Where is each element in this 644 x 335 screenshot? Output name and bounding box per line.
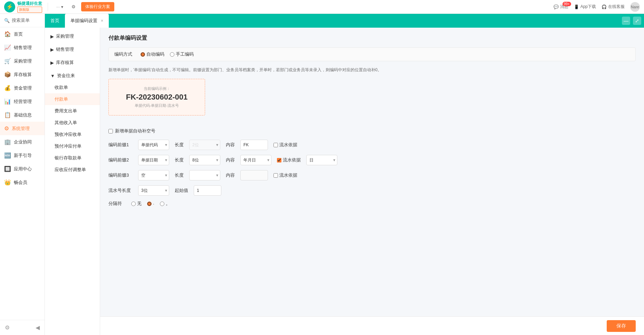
- sep-none-option[interactable]: 无: [131, 201, 142, 207]
- app-download-button[interactable]: 📱 App下载: [574, 4, 596, 10]
- prefix3-length-select[interactable]: [189, 170, 220, 180]
- prefix2-period-select[interactable]: 年 月 日: [306, 155, 337, 165]
- code-preview-label: 当前编码示例：: [116, 86, 198, 91]
- nav-group-inventory-header[interactable]: ▶ 库存核算: [45, 57, 100, 68]
- nav-group-sales-header[interactable]: ▶ 销售管理: [45, 44, 100, 55]
- sidebar-settings-icon[interactable]: ⚙: [3, 323, 12, 332]
- dropdown-arrow-icon: ▾: [61, 4, 63, 9]
- sep-dash-radio[interactable]: [147, 202, 152, 206]
- auto-fill-checkbox[interactable]: [108, 129, 113, 133]
- nav-group-capital: ▼ 资金往来 收款单 付款单 费用支出单 其他收入单 预收冲应收单 预付冲应付单…: [45, 70, 100, 176]
- nav-item-expense[interactable]: 费用支出单: [45, 105, 100, 117]
- nav-item-adj[interactable]: 应收应付调整单: [45, 164, 100, 176]
- tab-minimize-button[interactable]: —: [622, 17, 630, 25]
- sidebar-item-apps[interactable]: 🔲 应用中心: [0, 162, 45, 176]
- sidebar-item-member[interactable]: 👑 畅会员: [0, 176, 45, 189]
- system-icon: ⚙: [4, 125, 9, 132]
- prefix3-serial-checkbox[interactable]: [273, 173, 278, 178]
- main-wrapper: 🔍 搜索菜单 🏠 首页 📈 销售管理 🛒 采购管理 📦 库存核算 💰 资金管理 …: [0, 0, 644, 335]
- serial-length-select-wrapper[interactable]: 2位 3位 4位 5位: [138, 185, 169, 196]
- prefix1-row: 编码前缀1 单据代码 单据日期 空 长度 2位: [108, 140, 636, 150]
- prefix1-length-select[interactable]: 2位 4位 6位 8位: [189, 140, 220, 150]
- manual-encode-radio[interactable]: [170, 52, 174, 57]
- user-avatar[interactable]: Nare: [630, 2, 640, 12]
- nav-item-receipt[interactable]: 收款单: [45, 82, 100, 93]
- prefix1-length-select-wrapper[interactable]: 2位 4位 6位 8位: [189, 140, 220, 150]
- serial-start-label: 起始值: [175, 187, 188, 194]
- nav-item-bank-deposit[interactable]: 银行存取款单: [45, 152, 100, 164]
- messages-button[interactable]: 💬 消息 99+: [554, 4, 568, 10]
- page-title: 付款单编码设置: [108, 35, 636, 42]
- sidebar-collapse-icon[interactable]: ◀: [33, 323, 42, 332]
- prefix2-select[interactable]: 单据代码 单据日期 空: [138, 155, 169, 165]
- prefix1-select[interactable]: 单据代码 单据日期 空: [138, 140, 169, 150]
- prefix2-serial-label[interactable]: 流水依据: [277, 157, 301, 163]
- nav-item-payment[interactable]: 付款单: [45, 93, 100, 105]
- prefix2-content-label: 内容: [226, 157, 235, 163]
- nav-dropdown[interactable]: ··· ▾: [54, 3, 66, 11]
- nav-group-purchase-header[interactable]: ▶ 采购管理: [45, 30, 100, 42]
- nav-item-other-income[interactable]: 其他收入单: [45, 117, 100, 129]
- prefix2-content-select[interactable]: 年 年月 年月日: [240, 155, 271, 165]
- nav-group-capital-header[interactable]: ▼ 资金往来: [45, 70, 100, 82]
- separator-row: 分隔符 无 · 。: [108, 201, 636, 207]
- manual-encode-option[interactable]: 手工编码: [170, 51, 194, 57]
- nav-item-prepay-payable[interactable]: 预付冲应付单: [45, 140, 100, 152]
- prefix2-content-select-wrapper[interactable]: 年 年月 年月日: [240, 155, 271, 165]
- prefix3-select-wrapper[interactable]: 单据代码 单据日期 空: [138, 170, 169, 180]
- sidebar-item-purchase[interactable]: 🛒 采购管理: [0, 54, 45, 68]
- sidebar: 🔍 搜索菜单 🏠 首页 📈 销售管理 🛒 采购管理 📦 库存核算 💰 资金管理 …: [0, 14, 45, 335]
- guide-icon: 🆕: [4, 152, 11, 159]
- sidebar-item-system[interactable]: ⚙ 系统管理: [0, 122, 45, 135]
- serial-length-label: 流水号长度: [108, 187, 133, 194]
- prefix1-content-input[interactable]: [240, 140, 268, 150]
- prefix3-length-select-wrapper[interactable]: [189, 170, 220, 180]
- tab-maximize-button[interactable]: ⤢: [633, 17, 641, 25]
- prefix2-length-select[interactable]: 4位 6位 8位: [189, 155, 220, 165]
- code-preview-container: 当前编码示例： FK-20230602-001 单据代码-单据日期-流水号: [108, 79, 636, 122]
- prefix2-serial-checkbox[interactable]: [277, 158, 281, 162]
- prefix2-select-wrapper[interactable]: 单据代码 单据日期 空: [138, 155, 169, 165]
- prefix3-select[interactable]: 单据代码 单据日期 空: [138, 170, 169, 180]
- prefix1-serial-checkbox[interactable]: [273, 143, 278, 147]
- sidebar-item-home[interactable]: 🏠 首页: [0, 27, 45, 41]
- inventory-icon: 📦: [4, 71, 11, 78]
- sidebar-item-inventory[interactable]: 📦 库存核算: [0, 68, 45, 81]
- encoding-method-options: 自动编码 手工编码: [141, 51, 194, 57]
- serial-start-input[interactable]: [194, 185, 221, 196]
- sidebar-item-basic[interactable]: 📋 基础信息: [0, 108, 45, 122]
- prefix1-serial-label[interactable]: 流水依据: [273, 142, 297, 148]
- sidebar-item-guide[interactable]: 🆕 新手引导: [0, 149, 45, 162]
- top-bar-right: 💬 消息 99+ 📱 App下载 🎧 在线客服 Nare: [554, 2, 640, 12]
- sidebar-item-operations[interactable]: 📊 经营管理: [0, 95, 45, 108]
- prefix3-content-input[interactable]: [240, 170, 268, 180]
- online-support-button[interactable]: 🎧 在线客服: [602, 4, 625, 10]
- sep-none-radio[interactable]: [131, 202, 136, 206]
- chevron-right-icon3: ▶: [50, 60, 54, 65]
- sidebar-item-finance[interactable]: 💰 资金管理: [0, 81, 45, 95]
- serial-length-select[interactable]: 2位 3位 4位 5位: [138, 185, 169, 196]
- prefix2-length-select-wrapper[interactable]: 4位 6位 8位: [189, 155, 220, 165]
- sep-dot-option[interactable]: 。: [160, 201, 170, 207]
- prefix3-serial-label[interactable]: 流水依据: [273, 172, 297, 178]
- prefix2-period-select-wrapper[interactable]: 年 月 日: [306, 155, 337, 165]
- search-menu-item[interactable]: 🔍 搜索菜单: [0, 14, 45, 27]
- nav-item-prepay-receivable[interactable]: 预收冲应收单: [45, 129, 100, 140]
- sidebar-item-sales[interactable]: 📈 销售管理: [0, 41, 45, 54]
- trial-button[interactable]: 体验行业方案: [81, 2, 114, 11]
- sep-dash-option[interactable]: ·: [147, 201, 154, 206]
- separator-label: 分隔符: [108, 201, 126, 207]
- sidebar-item-enterprise[interactable]: 🏢 企业协同: [0, 135, 45, 149]
- prefix1-select-wrapper[interactable]: 单据代码 单据日期 空: [138, 140, 169, 150]
- auto-encode-radio[interactable]: [141, 52, 145, 57]
- tab-encoding-settings[interactable]: 单据编码设置 ×: [65, 14, 109, 28]
- save-button[interactable]: 保存: [607, 320, 636, 332]
- tab-bar-controls: — ⤢: [622, 17, 641, 25]
- tab-close-icon[interactable]: ×: [101, 18, 103, 23]
- bottom-bar: 保存: [100, 316, 644, 335]
- tab-home[interactable]: 首页: [45, 14, 65, 28]
- auto-encode-option[interactable]: 自动编码: [141, 51, 164, 57]
- settings-button[interactable]: ⚙: [69, 2, 78, 12]
- sep-dot-radio[interactable]: [160, 202, 164, 206]
- dropdown-text: ···: [56, 4, 60, 9]
